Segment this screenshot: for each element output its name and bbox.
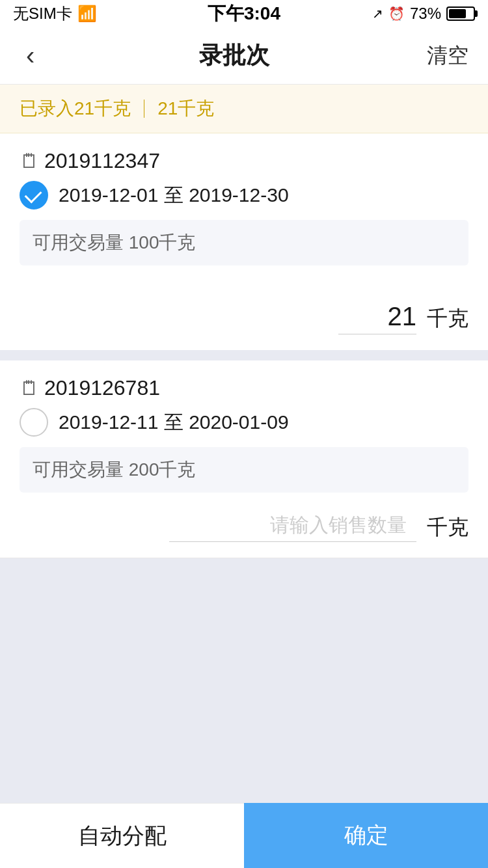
battery-icon [446, 7, 475, 21]
section-divider [0, 350, 488, 360]
input-underline [169, 541, 416, 542]
confirm-button[interactable]: 确定 [244, 803, 488, 868]
batch-item-1: 🗒 2019112347 2019-12-01 至 2019-12-30 可用交… [0, 133, 488, 350]
batch-2-quantity-input[interactable] [169, 514, 416, 536]
batch-2-unit: 千克 [427, 513, 468, 542]
batch-doc-icon: 🗒 [20, 150, 39, 172]
batch-2-radio[interactable] [20, 408, 48, 437]
batch-1-id: 2019112347 [44, 149, 160, 173]
batch-1-unit: 千克 [427, 305, 468, 333]
batch-1-id-row: 🗒 2019112347 [20, 149, 468, 173]
batch-2-availability: 可用交易量 200千克 [20, 447, 468, 493]
batch-1-availability: 可用交易量 100千克 [20, 220, 468, 265]
batch-1-date: 2019-12-01 至 2019-12-30 [59, 182, 289, 209]
summary-bar: 已录入21千克 21千克 [0, 85, 488, 133]
wifi-icon: 📶 [77, 5, 97, 23]
batch-2-id: 2019126781 [44, 376, 160, 400]
status-right: ↗ ⏰ 73% [372, 5, 475, 23]
summary-divider [144, 100, 144, 118]
bottom-buttons: 自动分配 确定 [0, 803, 488, 868]
quantity-input-wrapper[interactable] [169, 514, 416, 542]
nav-bar: ‹ 录批次 清空 [0, 27, 488, 85]
summary-label: 已录入21千克 [20, 96, 131, 121]
batch-1-avail-text: 可用交易量 100千克 [33, 232, 196, 252]
batch-1-quantity-value: 21 [388, 302, 417, 331]
batch-1-quantity-section: 21 千克 [0, 292, 488, 350]
status-time: 下午3:04 [208, 1, 280, 26]
batch-1-radio[interactable] [20, 181, 48, 210]
batch-2-header: 🗒 2019126781 2019-12-11 至 2020-01-09 可用交… [0, 360, 488, 508]
status-bar: 无SIM卡 📶 下午3:04 ↗ ⏰ 73% [0, 0, 488, 27]
batch-2-doc-icon: 🗒 [20, 377, 39, 400]
page-title: 录批次 [199, 40, 269, 72]
batch-2-quantity-section: 千克 [0, 508, 488, 558]
batch-1-date-row[interactable]: 2019-12-01 至 2019-12-30 [20, 181, 468, 210]
location-icon: ↗ [372, 6, 383, 21]
alarm-icon: ⏰ [388, 6, 405, 21]
batch-2-date: 2019-12-11 至 2020-01-09 [59, 409, 289, 436]
status-left: 无SIM卡 📶 [13, 3, 97, 24]
clear-button[interactable]: 清空 [427, 42, 468, 70]
batch-1-header: 🗒 2019112347 2019-12-01 至 2019-12-30 可用交… [0, 133, 488, 292]
auto-distribute-button[interactable]: 自动分配 [0, 803, 244, 868]
battery-percent: 73% [410, 5, 441, 23]
batch-2-id-row: 🗒 2019126781 [20, 376, 468, 400]
summary-amount: 21千克 [157, 96, 214, 121]
batch-item-2: 🗒 2019126781 2019-12-11 至 2020-01-09 可用交… [0, 360, 488, 558]
back-button[interactable]: ‹ [20, 34, 41, 77]
carrier-text: 无SIM卡 [13, 3, 72, 24]
batch-2-avail-text: 可用交易量 200千克 [33, 459, 196, 480]
batch-2-date-row[interactable]: 2019-12-11 至 2020-01-09 [20, 408, 468, 437]
